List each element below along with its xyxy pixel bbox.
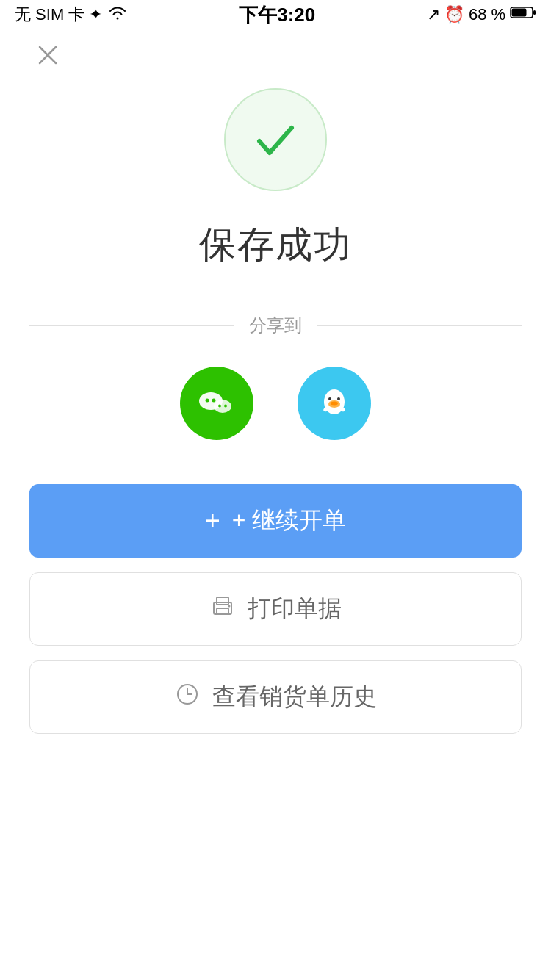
svg-point-6 (206, 399, 209, 403)
wifi-icon (108, 5, 127, 24)
svg-point-9 (218, 405, 221, 408)
share-label: 分享到 (234, 314, 317, 337)
status-right: ↗ ⏰ 68 % (427, 5, 536, 24)
svg-point-23 (228, 605, 231, 608)
svg-rect-22 (217, 608, 228, 614)
success-title: 保存成功 (199, 220, 352, 270)
share-divider: 分享到 (0, 314, 551, 337)
svg-rect-1 (511, 9, 526, 17)
svg-point-17 (331, 402, 338, 406)
main-content: 保存成功 分享到 (0, 29, 551, 734)
share-icons-row (180, 367, 371, 440)
battery-percent-sign: % (491, 5, 505, 24)
history-icon (174, 681, 201, 713)
share-section: 分享到 (0, 314, 551, 440)
divider-line-left (29, 325, 234, 326)
continue-order-label: + 继续开单 (232, 505, 347, 537)
svg-point-8 (214, 400, 231, 413)
svg-point-15 (337, 397, 340, 400)
wechat-share-button[interactable] (180, 367, 253, 440)
svg-rect-2 (533, 10, 536, 15)
print-icon (209, 593, 236, 625)
close-button[interactable] (29, 37, 66, 73)
plus-icon: + (205, 505, 220, 536)
svg-point-10 (224, 405, 227, 408)
svg-rect-21 (217, 597, 228, 605)
battery-percent: 68 (469, 5, 486, 24)
battery-icon (510, 5, 536, 24)
no-sim-label: 无 SIM 卡 ✦ (15, 4, 102, 26)
svg-point-14 (328, 397, 331, 400)
qq-share-button[interactable] (298, 367, 371, 440)
history-label: 查看销货单历史 (212, 681, 377, 713)
status-time: 下午3:20 (239, 2, 315, 28)
svg-point-7 (212, 399, 216, 403)
status-left: 无 SIM 卡 ✦ (15, 4, 127, 26)
history-button[interactable]: 查看销货单历史 (29, 660, 522, 734)
action-buttons: + + 继续开单 打印单据 查看销货单历 (0, 484, 551, 734)
print-button[interactable]: 打印单据 (29, 572, 522, 646)
location-icon: ↗ (427, 5, 440, 24)
status-bar: 无 SIM 卡 ✦ 下午3:20 ↗ ⏰ 68 % (0, 0, 551, 29)
continue-order-button[interactable]: + + 继续开单 (29, 484, 522, 558)
alarm-icon: ⏰ (444, 5, 464, 24)
success-icon-circle (224, 88, 327, 191)
print-label: 打印单据 (248, 593, 342, 625)
divider-line-right (317, 325, 522, 326)
